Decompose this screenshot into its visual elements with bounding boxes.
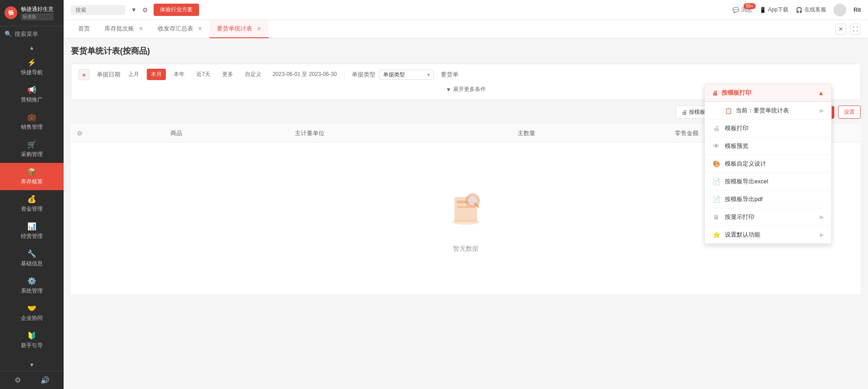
guide-icon: 🔰: [27, 331, 36, 340]
sidebar-item-operations[interactable]: 📊 经营管理: [0, 217, 64, 245]
date-last7days-btn[interactable]: 近7天: [192, 69, 215, 80]
sidebar-item-sales[interactable]: 💼 销售管理: [0, 108, 64, 136]
finance-icon: 💰: [27, 195, 36, 203]
tab-home-label: 首页: [78, 25, 90, 33]
display-print-arrow: ▶: [820, 214, 824, 220]
sidebar-item-marketing[interactable]: 📢 营销推广: [0, 81, 64, 108]
sidebar-item-quick-nav[interactable]: ⚡ 快捷导航: [0, 54, 64, 81]
purchase-icon: 🛒: [27, 140, 36, 149]
print-dropdown-title-group: 🖨 按模板打印: [712, 89, 751, 97]
date-current-year-btn[interactable]: 本年: [170, 69, 189, 80]
trial-btn[interactable]: 体验行业方案: [154, 4, 199, 16]
sidebar-item-finance[interactable]: 💰 资金管理: [0, 190, 64, 217]
marketing-icon: 📢: [27, 86, 36, 94]
print-dropdown-header: 🖨 按模板打印 ▲: [705, 84, 831, 102]
default-func-label: 设置默认功能: [725, 231, 760, 239]
col-goods-header: 商品: [165, 125, 290, 142]
dropdown-template-preview[interactable]: 👁 模板预览: [705, 137, 831, 155]
dropdown-default-func[interactable]: ⭐ 设置默认功能 ▶: [705, 226, 831, 243]
date-prev-month-btn[interactable]: 上月: [124, 69, 143, 80]
search-input[interactable]: [71, 5, 125, 15]
print-dropdown-title-text: 按模板打印: [722, 89, 751, 97]
print-icon: 🖨: [682, 109, 687, 116]
sound-bottom-icon[interactable]: 🔊: [40, 376, 50, 384]
export-excel-icon: 📄: [712, 178, 720, 185]
tab-receipt-summary[interactable]: 收发存汇总表 ✕: [150, 20, 210, 38]
settings-btn[interactable]: 设置: [838, 106, 861, 119]
page-content: 要货单统计表(按商品) » 单据日期 上月 本月 本年 近7天 更多 自定义 2…: [64, 38, 868, 389]
search-dropdown-arrow[interactable]: ▼: [131, 6, 137, 13]
filter-toggle-btn[interactable]: »: [79, 69, 90, 80]
doc-type-select[interactable]: 单据类型: [379, 70, 434, 80]
scroll-up-arrow[interactable]: ▲: [27, 43, 36, 53]
template-custom-label: 模板自定义设计: [725, 160, 766, 168]
sidebar-item-app-center[interactable]: 📱 应用中心: [0, 354, 64, 359]
online-service-btn[interactable]: 🎧 在线客服: [796, 6, 826, 14]
app-download-icon: 📱: [759, 7, 766, 13]
current-template-label: 当前：要货单统计表: [736, 106, 789, 115]
messages-icon: 💬: [733, 7, 739, 13]
date-current-month-btn[interactable]: 本月: [147, 69, 166, 80]
print-dropdown: 🖨 按模板打印 ▲ 📋 当前：要货单统计表 ▶ 🖨 模板打印 👁 模板预览 🎨: [704, 84, 832, 244]
tab-order-stats[interactable]: 要货单统计表 ✕: [210, 20, 269, 38]
display-print-icon: 🖥: [712, 213, 720, 221]
print-dropdown-icon: 🖨: [712, 90, 718, 96]
col-quantity-header: 主数量: [512, 125, 669, 142]
tab-order-stats-close[interactable]: ✕: [257, 25, 261, 32]
scroll-down-arrow[interactable]: ▼: [27, 360, 36, 370]
finance-label: 资金管理: [21, 205, 43, 213]
empty-text: 暂无数据: [453, 245, 479, 253]
sidebar: 畅 畅捷通好生意 标准版 🔍 搜索菜单 ▲ ⚡ 快捷导航 📢 营销推广 💼 销售…: [0, 0, 64, 389]
template-custom-icon: 🎨: [712, 160, 720, 167]
sidebar-item-guide[interactable]: 🔰 新手引导: [0, 327, 64, 354]
dropdown-export-pdf[interactable]: 📄 按模板导出pdf: [705, 191, 831, 208]
settings-gear-icon[interactable]: ⚙: [142, 6, 148, 14]
sidebar-item-inventory[interactable]: 📦 库存核算: [0, 163, 64, 190]
user-avatar[interactable]: [833, 4, 846, 16]
tab-batch-account-close[interactable]: ✕: [139, 25, 143, 32]
search-menu-label: 搜索菜单: [15, 30, 38, 38]
page-title: 要货单统计表(按商品): [71, 45, 861, 56]
app-download-label: App下载: [768, 6, 788, 14]
tab-batch-account[interactable]: 库存批次账 ✕: [97, 20, 150, 38]
date-more-btn[interactable]: 更多: [218, 69, 237, 80]
search-icon: 🔍: [5, 30, 12, 37]
sidebar-item-system[interactable]: ⚙️ 系统管理: [0, 272, 64, 299]
sidebar-item-basics[interactable]: 🔧 基础信息: [0, 245, 64, 272]
system-label: 系统管理: [21, 287, 43, 295]
app-download-btn[interactable]: 📱 App下载: [759, 6, 788, 14]
date-range-display: 2023-06-01 至 2023-06-30: [273, 71, 337, 78]
guide-label: 新手引导: [21, 342, 43, 349]
tab-close-btn[interactable]: ✕: [835, 24, 846, 35]
empty-svg: [443, 183, 489, 229]
logo-name: 畅捷通好生意: [21, 5, 54, 13]
dropdown-display-print[interactable]: 🖥 按显示打印 ▶: [705, 208, 831, 226]
search-menu-item[interactable]: 🔍 搜索菜单: [0, 26, 64, 42]
sales-icon: 💼: [27, 113, 36, 121]
dropdown-current-template[interactable]: 📋 当前：要货单统计表 ▶: [705, 102, 831, 120]
settings-bottom-icon[interactable]: ⚙: [15, 376, 21, 384]
tab-batch-account-label: 库存批次账: [105, 25, 134, 33]
sidebar-item-purchase[interactable]: 🛒 采购管理: [0, 136, 64, 163]
dropdown-template-custom[interactable]: 🎨 模板自定义设计: [705, 155, 831, 173]
online-service-label: 在线客服: [804, 6, 826, 14]
date-custom-btn[interactable]: 自定义: [241, 69, 265, 80]
tab-receipt-summary-close[interactable]: ✕: [198, 25, 202, 32]
date-filter-group: 单据日期 上月 本月 本年 近7天 更多 自定义: [97, 69, 265, 80]
expand-more-btn[interactable]: ▼ 展开更多条件: [440, 84, 491, 95]
doc-type-select-wrapper: 单据类型: [379, 70, 434, 80]
filter-divider: [344, 70, 344, 79]
sidebar-item-collab[interactable]: 🤝 企业协同: [0, 299, 64, 327]
collab-label: 企业协同: [21, 314, 43, 322]
dropdown-export-excel[interactable]: 📄 按模板导出excel: [705, 173, 831, 191]
basics-label: 基础信息: [21, 260, 43, 268]
dropdown-template-print[interactable]: 🖨 模板打印: [705, 120, 831, 137]
tab-maximize-btn[interactable]: ⛶: [850, 24, 861, 35]
template-print-label: 模板打印: [725, 124, 748, 132]
current-template-icon: 📋: [725, 107, 732, 114]
messages-btn[interactable]: 💬 消息 99+: [733, 6, 752, 14]
tab-home[interactable]: 首页: [71, 20, 97, 38]
print-dropdown-collapse-arrow[interactable]: ▲: [818, 90, 824, 96]
filter-row: » 单据日期 上月 本月 本年 近7天 更多 自定义 2023-06-01 至 …: [79, 69, 853, 80]
table-gear-icon[interactable]: ⚙: [77, 130, 83, 137]
